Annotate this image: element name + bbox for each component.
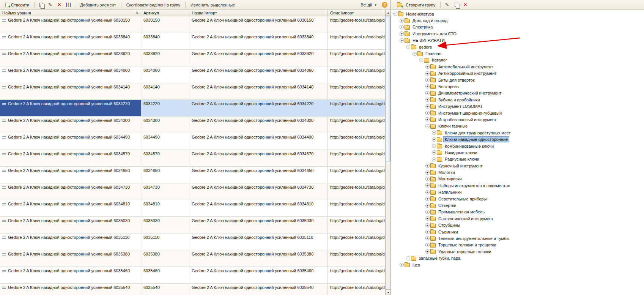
cell-name[interactable]: Gedore 2 A Ключ накидной односторонний у… (0, 50, 141, 66)
expand-icon[interactable]: + (425, 210, 430, 214)
column-header-3[interactable]: Назва імпорт (189, 10, 328, 16)
cell-name[interactable]: Gedore 2 A Ключ накидной односторонний у… (0, 284, 141, 295)
cell-name[interactable]: Gedore 2 A Ключ накидной односторонний у… (0, 233, 141, 250)
expand-icon[interactable]: + (432, 150, 436, 155)
cell-article[interactable]: 6035380 (141, 250, 189, 267)
expand-icon[interactable]: + (425, 98, 430, 102)
cell-import-desc[interactable]: http://gedore-tool.ru/catalog/d... (328, 100, 385, 117)
table-row[interactable]: Gedore 2 A Ключ накидной односторонний у… (0, 117, 385, 133)
cell-article[interactable]: 6035030 (141, 217, 189, 233)
tree-item-label[interactable]: Биты для отверток (437, 77, 476, 83)
expand-icon[interactable]: + (400, 32, 404, 36)
expand-icon[interactable]: + (425, 197, 430, 201)
column-header-2[interactable]: Артикул (141, 10, 189, 16)
expand-icon[interactable]: + (425, 230, 430, 234)
table-row[interactable]: Gedore 2 A Ключ накидной односторонний у… (0, 16, 385, 33)
collapse-icon[interactable]: − (419, 58, 423, 62)
cell-import-desc[interactable]: http://gedore-tool.ru/catalog/d... (328, 267, 385, 284)
expand-icon[interactable]: + (425, 204, 430, 208)
tree-item[interactable]: +Тележки инструментальные и тумбы (391, 235, 644, 241)
expand-icon[interactable]: + (425, 236, 430, 240)
cell-article[interactable]: 6034810 (141, 200, 189, 217)
table-row[interactable]: Gedore 2 A Ключ накидной односторонний у… (0, 100, 385, 117)
tree-item-label[interactable]: Инструменты для СТО (411, 31, 458, 36)
delete-group-button[interactable]: × (461, 1, 469, 9)
table-row[interactable]: Gedore 2 A Ключ накидной односторонний у… (0, 83, 385, 100)
tree-item-label[interactable]: Инструмент шарнирно-губцевый (437, 110, 503, 116)
table-row[interactable]: Gedore 2 A Ключ накидной односторонний у… (0, 267, 385, 284)
cell-name[interactable]: Gedore 2 A Ключ накидной односторонний у… (0, 117, 141, 133)
tree-item[interactable]: +Промышленная мебель (391, 209, 644, 215)
delete-item-button[interactable]: × (55, 1, 63, 9)
tree-item[interactable]: −Ключи гаечные (391, 123, 644, 129)
cell-name[interactable]: Gedore 2 A Ключ накидной односторонний у… (0, 83, 141, 100)
table-row[interactable]: Gedore 2 A Ключ накидной односторонний у… (0, 250, 385, 267)
tree-item[interactable]: +Ключи накидные односторонние (391, 136, 644, 142)
tree-item[interactable]: +Антикоррозийный инструмент (391, 70, 644, 77)
scroll-up-button[interactable]: ▲ (386, 10, 390, 16)
expand-icon[interactable]: + (425, 65, 430, 69)
cell-import-name[interactable]: Gedore 2 A Ключ накидной односторонний у… (189, 150, 328, 167)
tree-item-label[interactable]: Инструмент LOSOMAT (437, 104, 484, 109)
expand-icon[interactable]: + (400, 25, 404, 29)
cell-import-desc[interactable]: http://gedore-tool.ru/catalog/d... (328, 250, 385, 267)
column-header-4[interactable]: Опис імпорт (328, 10, 385, 16)
table-row[interactable]: Gedore 2 A Ключ накидной односторонний у… (0, 284, 385, 295)
cell-article[interactable]: 6034730 (141, 183, 189, 200)
cell-article[interactable]: 6030150 (141, 16, 189, 33)
tree-item[interactable]: +Инструменты для СТО (391, 30, 644, 37)
tree-item[interactable]: +Зубила и пробойники (391, 96, 644, 103)
cell-name[interactable]: Gedore 2 A Ключ накидной односторонний у… (0, 217, 141, 233)
expand-icon[interactable]: + (432, 157, 436, 161)
cell-import-desc[interactable]: http://gedore-tool.ru/catalog/d... (328, 167, 385, 183)
expand-icon[interactable]: + (425, 104, 430, 109)
collapse-icon[interactable]: − (400, 38, 404, 43)
tree-item-label[interactable]: Накидные ключи (444, 150, 479, 155)
expand-icon[interactable]: + (425, 117, 430, 121)
cell-article[interactable]: 6035110 (141, 233, 189, 250)
expand-icon[interactable]: + (425, 249, 430, 254)
copy-selected-to-group-button[interactable]: Скопіювати виділені в групу (124, 2, 183, 8)
cell-article[interactable]: 6035460 (141, 267, 189, 284)
cell-import-name[interactable]: Gedore 2 A Ключ накидной односторонний у… (189, 133, 328, 150)
edit-selected-button[interactable]: Изменить выделенные (188, 2, 237, 8)
tree-item-label[interactable]: Торцевые головки и трещотки (437, 242, 498, 248)
tree-item[interactable]: +Комбинированные ключи (391, 143, 644, 149)
tree-item-label[interactable]: Кузнечный инструмент (437, 163, 484, 169)
table-row[interactable]: Gedore 2 A Ключ накидной односторонний у… (0, 217, 385, 233)
tree-item[interactable]: +juco (391, 262, 644, 268)
tree-item-label[interactable]: Искробезопасный инструмент (437, 117, 498, 122)
cell-import-name[interactable]: Gedore 2 A Ключ накидной односторонний у… (189, 217, 328, 233)
tree-item-label[interactable]: Ключи накидные односторонние (444, 137, 509, 142)
tree-item[interactable]: −Каталог (391, 57, 644, 63)
tree-item[interactable]: +Автомобильный инструмент (391, 63, 644, 70)
cell-article[interactable]: 6034140 (141, 83, 189, 100)
tree-item-label[interactable]: Осветительные приборы (437, 196, 488, 202)
cell-article[interactable]: 6034570 (141, 150, 189, 167)
collapse-icon[interactable]: − (413, 52, 417, 56)
scrollbar-thumb[interactable] (386, 16, 390, 162)
tree-item[interactable]: +Биты для отверток (391, 77, 644, 83)
table-row[interactable]: Gedore 2 A Ключ накидной односторонний у… (0, 66, 385, 83)
cell-name[interactable]: Gedore 2 A Ключ накидной односторонний у… (0, 250, 141, 267)
table-row[interactable]: Gedore 2 A Ключ накидной односторонний у… (0, 33, 385, 50)
tree-item[interactable]: +Накидные ключи (391, 149, 644, 156)
tree-item[interactable]: −gedore (391, 44, 644, 50)
tree-item[interactable]: +Наборы инструментов в ложементах (391, 182, 644, 189)
cell-import-desc[interactable]: http://gedore-tool.ru/catalog/d... (328, 217, 385, 233)
expand-icon[interactable]: + (425, 71, 430, 76)
expand-icon[interactable]: + (400, 263, 404, 267)
expand-icon[interactable]: + (432, 137, 436, 142)
cell-import-name[interactable]: Gedore 2 A Ключ накидной односторонний у… (189, 284, 328, 295)
tree-item[interactable]: +Дом, сад и огород (391, 17, 644, 24)
expand-icon[interactable]: + (425, 111, 430, 115)
cell-import-desc[interactable]: http://gedore-tool.ru/catalog/d... (328, 183, 385, 200)
tree-item-label[interactable]: Промышленная мебель (437, 209, 486, 215)
cell-import-name[interactable]: Gedore 2 A Ключ накидной односторонний у… (189, 66, 328, 83)
copy-group-button[interactable] (452, 1, 460, 9)
add-element-button[interactable]: Добавить элемент (78, 2, 118, 8)
cell-article[interactable]: 6034060 (141, 66, 189, 83)
cell-import-desc[interactable]: http://gedore-tool.ru/catalog/d... (328, 133, 385, 150)
tree-item-label[interactable]: Дом, сад и огород (411, 18, 449, 23)
cell-article[interactable]: 6034220 (141, 100, 189, 117)
